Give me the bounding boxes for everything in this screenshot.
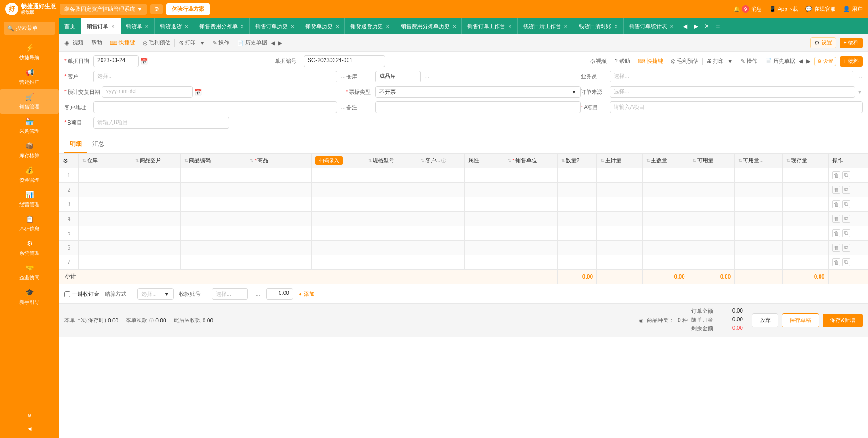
row-product[interactable] <box>246 183 312 197</box>
row-warehouse[interactable] <box>79 197 131 212</box>
row-code[interactable] <box>180 241 246 255</box>
toolbar-print-btn2[interactable]: 🖨 打印 <box>706 58 724 65</box>
order-source-input[interactable]: 选择... <box>610 86 855 98</box>
row-attr[interactable] <box>465 241 504 255</box>
tab-cash-reconcile-close[interactable]: ✕ <box>614 24 618 29</box>
th-product[interactable]: ⇅ *商品 <box>246 154 312 168</box>
th-attr[interactable]: 属性 <box>465 154 504 168</box>
row-main-qty[interactable] <box>643 226 689 241</box>
detail-tab-summary[interactable]: 汇总 <box>87 136 110 153</box>
print-btn[interactable]: 🖨 打印 <box>178 39 196 47</box>
row-img[interactable] <box>131 183 181 197</box>
row-scan[interactable] <box>312 241 364 255</box>
tab-cash-workbench[interactable]: 钱货日清工作台 ✕ <box>518 18 573 34</box>
tab-sales-expense-close[interactable]: ✕ <box>240 24 244 29</box>
row-img[interactable] <box>131 226 181 241</box>
row-delete-btn[interactable]: 🗑 <box>832 186 840 194</box>
tab-order-workbench[interactable]: 销售订单工作台 ✕ <box>462 18 518 34</box>
row-code[interactable] <box>180 212 246 226</box>
address-input[interactable] <box>93 101 337 113</box>
tab-sales-order-history[interactable]: 销售订单历史 ✕ <box>250 18 300 34</box>
row-delete-btn[interactable]: 🗑 <box>832 244 840 252</box>
th-avail[interactable]: ⇅ 可用量 <box>689 154 734 168</box>
row-stock[interactable] <box>782 183 828 197</box>
th-settings[interactable]: ⚙ <box>59 154 79 168</box>
row-attr[interactable] <box>465 255 504 270</box>
one-click-deposit-checkbox[interactable] <box>64 291 70 297</box>
add-payment-btn[interactable]: ● 添加 <box>299 290 315 298</box>
th-spec[interactable]: ⇅ 规格型号 <box>364 154 417 168</box>
salesperson-input[interactable]: 选择... <box>610 71 853 82</box>
row-scan[interactable] <box>312 255 364 270</box>
row-avail[interactable] <box>689 197 734 212</box>
row-customer-code[interactable] <box>417 241 465 255</box>
tab-return-history-close[interactable]: ✕ <box>386 24 389 29</box>
row-unit[interactable] <box>504 197 558 212</box>
toolbar-op-btn2[interactable]: ✎ 操作 <box>741 58 757 65</box>
row-copy-btn[interactable]: ⧉ <box>842 186 850 194</box>
row-stock[interactable] <box>782 241 828 255</box>
tab-cash-reconcile[interactable]: 钱货日清对账 ✕ <box>573 18 624 34</box>
row-avail[interactable] <box>689 183 734 197</box>
row-product[interactable] <box>246 168 312 183</box>
row-delete-btn[interactable]: 🗑 <box>832 215 840 223</box>
row-qty2[interactable] <box>558 183 597 197</box>
row-avail2[interactable] <box>735 197 783 212</box>
row-warehouse[interactable] <box>79 226 131 241</box>
row-qty2[interactable] <box>558 168 597 183</box>
warehouse-more-btn[interactable]: … <box>424 73 430 80</box>
help-btn[interactable]: 帮助 <box>91 39 102 47</box>
toolbar-shortcut-btn2[interactable]: ⌨ 快捷键 <box>638 58 663 65</box>
th-stock[interactable]: ⇅ 现存量 <box>782 154 828 168</box>
row-scan[interactable] <box>312 183 364 197</box>
tab-return-history[interactable]: 销货退货历史 ✕ <box>345 18 395 34</box>
row-copy-btn[interactable]: ⧉ <box>842 171 850 179</box>
row-avail[interactable] <box>689 226 734 241</box>
row-main-unit[interactable] <box>597 212 643 226</box>
row-scan[interactable] <box>312 212 364 226</box>
th-main-unit[interactable]: ⇅ 主计量 <box>597 154 643 168</box>
row-stock[interactable] <box>782 197 828 212</box>
row-qty2[interactable] <box>558 226 597 241</box>
row-avail2[interactable] <box>735 212 783 226</box>
sidebar-item-system[interactable]: ⚙ 系统管理 <box>0 236 59 260</box>
discard-btn[interactable]: 放弃 <box>752 313 778 327</box>
row-avail[interactable] <box>689 168 734 183</box>
add-material-btn[interactable]: + 物料 <box>840 38 863 48</box>
tab-expense-history[interactable]: 销售费用分摊单历史 ✕ <box>395 18 462 34</box>
row-avail2[interactable] <box>735 226 783 241</box>
sidebar-item-quick-nav[interactable]: ⚡ 快捷导航 <box>0 40 59 65</box>
th-main-qty[interactable]: ⇅ 主数量 <box>643 154 689 168</box>
row-warehouse[interactable] <box>79 255 131 270</box>
row-stock[interactable] <box>782 168 828 183</box>
tab-order-stats-close[interactable]: ✕ <box>670 24 674 29</box>
row-main-unit[interactable] <box>597 241 643 255</box>
row-main-unit[interactable] <box>597 197 643 212</box>
sidebar-item-operations[interactable]: 📊 经营管理 <box>0 187 59 212</box>
row-stock[interactable] <box>782 212 828 226</box>
sidebar-item-sales[interactable]: 🛒 销售管理 <box>0 89 59 114</box>
row-spec[interactable] <box>364 168 417 183</box>
row-img[interactable] <box>131 168 181 183</box>
system-selector[interactable]: 装备及固定资产辅助管理系统 ▼ <box>60 4 147 15</box>
sidebar-collapse-btn[interactable]: ◀ <box>4 423 55 434</box>
profit-btn[interactable]: ◎ 毛利预估 <box>143 39 170 47</box>
row-main-unit[interactable] <box>597 183 643 197</box>
settings-panel-btn[interactable]: ⚙ 设置 <box>810 37 836 48</box>
row-delete-btn[interactable]: 🗑 <box>832 171 840 179</box>
sidebar-item-finance[interactable]: 💰 资金管理 <box>0 163 59 187</box>
row-code[interactable] <box>180 197 246 212</box>
search-menu-btn[interactable]: 🔍 搜索菜单 <box>4 22 55 35</box>
tab-sales-return[interactable]: 销货退货 ✕ <box>155 18 194 34</box>
row-img[interactable] <box>131 241 181 255</box>
row-main-qty[interactable] <box>643 197 689 212</box>
row-code[interactable] <box>180 255 246 270</box>
date-input[interactable]: 2023-03-24 <box>93 55 139 67</box>
row-img[interactable] <box>131 197 181 212</box>
sidebar-settings-btn[interactable]: ⚙ <box>4 410 55 421</box>
sidebar-item-guide[interactable]: 🎓 新手引导 <box>0 285 59 309</box>
tab-prev-btn[interactable]: ◀ <box>679 18 690 34</box>
number-input[interactable]: SO-20230324-001 <box>304 55 385 67</box>
bank-account-select[interactable]: 选择... <box>212 288 248 300</box>
row-product[interactable] <box>246 197 312 212</box>
